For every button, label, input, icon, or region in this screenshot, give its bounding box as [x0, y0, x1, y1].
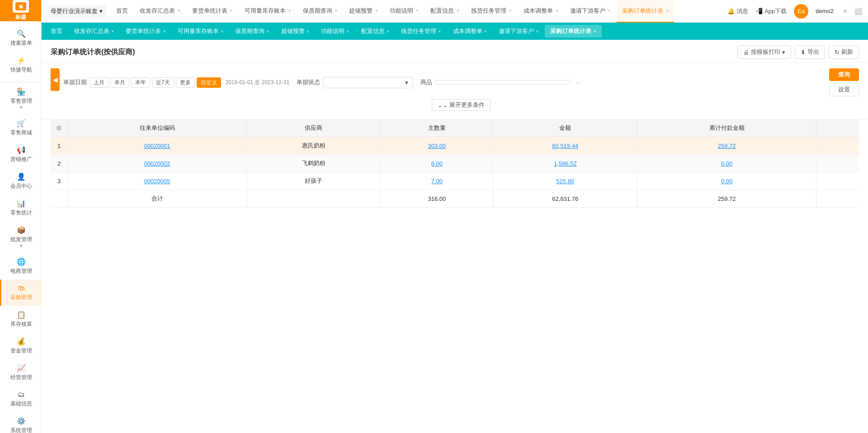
nav-tab-cost-adjust[interactable]: 成本调整单 × — [448, 25, 492, 38]
tab-cost-adjust[interactable]: 成本调整单 × — [518, 0, 564, 23]
goods-more-icon[interactable]: ··· — [573, 77, 584, 88]
tab-purchase-stat[interactable]: 采购订单统计表 × — [617, 0, 674, 23]
sidebar-item-quicknav[interactable]: ⚡ 快捷导航 — [3, 52, 38, 78]
sidebar-item-retail[interactable]: 🏪 零售管理 ▼ — [0, 83, 41, 114]
sidebar-item-finance[interactable]: 💰 资金管理 — [0, 333, 41, 359]
nav-tab-shelf-life[interactable]: 保质期查询 × — [230, 25, 274, 38]
nav-tab-func-desc[interactable]: 功能说明 × — [316, 25, 354, 38]
sidebar-item-basic[interactable]: 🗂 基础信息 — [0, 386, 41, 412]
tab-close-icon[interactable]: × — [509, 8, 512, 13]
filter-row-1: 单据日期 上月 本月 本年 近7天 更多 自定义 2016-01-01 — [63, 68, 859, 96]
sidebar-item-retail-stat[interactable]: 📊 零售统计 — [0, 195, 41, 221]
tab-close-icon-active[interactable]: × — [666, 8, 669, 13]
tab-func-desc[interactable]: 功能说明 × — [384, 0, 424, 23]
nav-tab-close-icon[interactable]: × — [438, 29, 441, 34]
row-qty[interactable]: 7.00 — [381, 172, 493, 190]
row-qty[interactable]: 6.00 — [381, 155, 493, 172]
sidebar-item-member[interactable]: 👤 会员中心 — [0, 168, 41, 195]
refresh-button[interactable]: ↻ 刷新 — [829, 45, 859, 59]
date-btn-this-year[interactable]: 本年 — [131, 77, 150, 88]
tab-close-icon[interactable]: × — [288, 8, 291, 13]
export-button[interactable]: ⬇ 导出 — [795, 45, 825, 59]
username-label[interactable]: demo2 — [816, 8, 834, 14]
nav-tab-invite-downstream[interactable]: 邀请下游客户 × — [493, 25, 544, 38]
nav-tab-config-info[interactable]: 配置信息 × — [356, 25, 395, 38]
tab-shelf-life[interactable]: 保质期查询 × — [297, 0, 343, 23]
tab-home[interactable]: 首页 — [111, 0, 133, 23]
date-btn-more[interactable]: 更多 — [176, 77, 195, 88]
goods-input[interactable] — [435, 80, 571, 85]
settings-icon[interactable]: ⚙ — [56, 124, 62, 132]
nav-tab-order-stat[interactable]: 要货单统计表 × — [120, 25, 171, 38]
nav-tab-pick-task[interactable]: 拣货任务管理 × — [396, 25, 446, 38]
row-index: 3 — [51, 172, 68, 190]
nav-tab-receive-send[interactable]: 收发存汇总表 × — [69, 25, 119, 38]
app-download-button[interactable]: 📲 App下载 — [755, 7, 787, 15]
tab-close-icon[interactable]: × — [178, 8, 180, 13]
sidebar-item-inventory[interactable]: 📋 库存核算 — [0, 306, 41, 333]
tab-close-icon[interactable]: × — [230, 8, 233, 13]
row-paid[interactable]: 259.72 — [637, 137, 816, 155]
tab-config-info[interactable]: 配置信息 × — [425, 0, 465, 23]
date-btn-this-month[interactable]: 本月 — [110, 77, 129, 88]
nav-tab-close-icon[interactable]: × — [536, 29, 538, 34]
window-maximize-button[interactable]: ⬜ — [854, 7, 863, 16]
settings-button[interactable]: 设置 — [829, 83, 859, 96]
date-btn-7days[interactable]: 近7天 — [152, 77, 174, 88]
tab-close-icon[interactable]: × — [556, 8, 558, 13]
sidebar-item-purchase[interactable]: 🛍 采购管理 — [0, 280, 41, 306]
row-code[interactable]: 00020001 — [68, 137, 247, 155]
nav-tab-close-icon[interactable]: × — [346, 29, 349, 34]
tab-close-icon[interactable]: × — [375, 8, 378, 13]
nav-tab-close-icon[interactable]: × — [266, 29, 269, 34]
nav-tab-home[interactable]: 首页 — [45, 25, 68, 38]
nav-tab-close-icon[interactable]: × — [221, 29, 223, 34]
row-code[interactable]: 00020002 — [68, 155, 247, 172]
nav-tab-purchase-stat[interactable]: 采购订单统计表 × — [545, 25, 601, 38]
expand-button[interactable]: ⌄⌄ 展开更多条件 — [432, 99, 491, 111]
row-amount[interactable]: 60,519.44 — [493, 137, 637, 155]
tab-close-icon[interactable]: × — [335, 8, 338, 13]
nav-tab-close-icon[interactable]: × — [484, 29, 487, 34]
message-button[interactable]: 🔔 消息 — [727, 7, 748, 15]
collapse-button[interactable]: ◀ — [51, 68, 60, 91]
tab-overstock[interactable]: 超储预警 × — [344, 0, 383, 23]
tab-close-icon[interactable]: × — [608, 8, 611, 13]
nav-tab-avail-stock[interactable]: 可用量库存账本 × — [172, 25, 229, 38]
tab-pick-task[interactable]: 拣货任务管理 × — [466, 0, 517, 23]
date-btn-custom[interactable]: 自定义 — [197, 77, 221, 88]
sidebar-item-marketing[interactable]: 📢 营销推广 — [0, 141, 41, 168]
tab-invite-downstream[interactable]: 邀请下游客户 × — [565, 0, 616, 23]
sidebar-item-wholesale[interactable]: 📦 批发管理 ▼ — [0, 221, 41, 253]
nav-tab-overstock[interactable]: 超储预警 × — [276, 25, 315, 38]
sidebar-item-operation[interactable]: 📈 经营管理 — [0, 359, 41, 386]
nav-tab-close-icon-active[interactable]: × — [593, 29, 596, 34]
query-button[interactable]: 查询 — [829, 68, 859, 81]
row-paid[interactable]: 0.00 — [637, 155, 816, 172]
row-amount[interactable]: 525.80 — [493, 172, 637, 190]
tab-close-icon[interactable]: × — [457, 8, 459, 13]
nav-tab-close-icon[interactable]: × — [387, 29, 389, 34]
sidebar-item-retail-shop[interactable]: 🛒 零售商城 — [0, 114, 41, 141]
row-paid[interactable]: 0.00 — [637, 172, 816, 190]
sidebar-item-system[interactable]: ⚙️ 系统管理 — [0, 412, 41, 433]
print-button[interactable]: 🖨 按模板打印 ▾ — [737, 45, 791, 59]
tab-order-stat[interactable]: 要货单统计表 × — [187, 0, 238, 23]
nav-tab-close-icon[interactable]: × — [307, 29, 309, 34]
tab-avail-stock[interactable]: 可用量库存账本 × — [239, 0, 297, 23]
avatar[interactable]: Ea — [794, 4, 808, 19]
sidebar-item-ecommerce[interactable]: 🌐 电商管理 — [0, 253, 41, 280]
row-amount[interactable]: 1,586.52 — [493, 155, 637, 172]
window-close-button[interactable]: ✕ — [841, 7, 850, 16]
tab-receive-send[interactable]: 收发存汇总表 × — [134, 0, 186, 23]
nav-tab-close-icon[interactable]: × — [111, 29, 114, 34]
tab-close-icon[interactable]: × — [416, 8, 419, 13]
company-selector[interactable]: 母婴行业演示账套 ▾ — [47, 5, 106, 17]
status-select[interactable]: ▾ — [323, 77, 413, 88]
row-code[interactable]: 00020005 — [68, 172, 247, 190]
date-btn-last-month[interactable]: 上月 — [90, 77, 108, 88]
refresh-icon: ↻ — [835, 49, 840, 56]
sidebar-item-search[interactable]: 🔍 搜索菜单 — [3, 25, 38, 52]
nav-tab-close-icon[interactable]: × — [163, 29, 165, 34]
row-qty[interactable]: 303.00 — [381, 137, 493, 155]
